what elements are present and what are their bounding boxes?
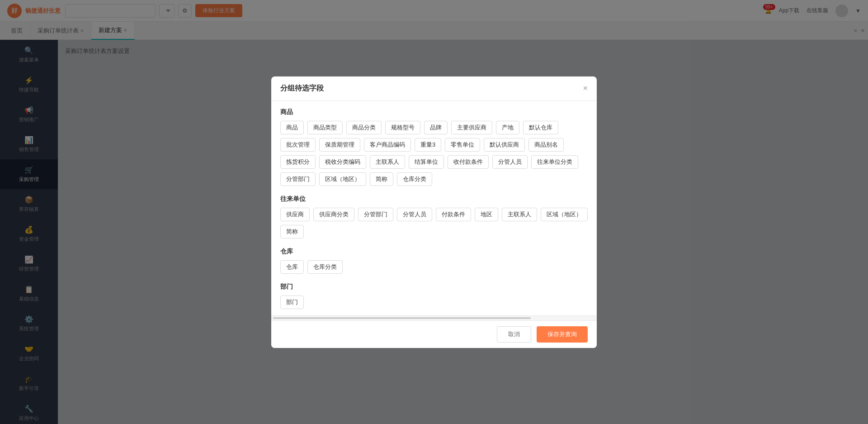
- field-tag-product-17[interactable]: 主联系人: [370, 155, 405, 169]
- field-tag-product-8[interactable]: 批次管理: [280, 138, 316, 152]
- field-tag-product-3[interactable]: 规格型号: [385, 121, 420, 134]
- field-tag-partner-7[interactable]: 区域（地区）: [541, 208, 588, 221]
- field-tag-product-10[interactable]: 客户商品编码: [364, 138, 411, 152]
- field-tag-product-1[interactable]: 商品类型: [307, 121, 343, 134]
- field-tag-product-12[interactable]: 零售单位: [445, 138, 480, 152]
- field-tag-partner-6[interactable]: 主联系人: [502, 208, 537, 221]
- field-tag-product-22[interactable]: 分管部门: [280, 172, 316, 186]
- field-tag-partner-5[interactable]: 地区: [475, 208, 498, 221]
- field-grid-warehouse: 仓库 仓库分类: [280, 260, 588, 274]
- modal-overlay: 分组待选字段 × 商品 商品 商品类型 商品分类 规格型号 品牌 主要供应商 产…: [0, 0, 868, 424]
- field-tag-product-2[interactable]: 商品分类: [346, 121, 382, 134]
- field-section-department-title: 部门: [280, 283, 588, 291]
- scroll-thumb: [273, 317, 531, 319]
- field-tag-product-18[interactable]: 结算单位: [409, 155, 444, 169]
- field-tag-department-0[interactable]: 部门: [280, 295, 304, 309]
- field-tag-product-24[interactable]: 简称: [370, 172, 393, 186]
- field-tag-warehouse-1[interactable]: 仓库分类: [307, 260, 343, 274]
- field-grid-partner: 供应商 供应商分类 分管部门 分管人员 付款条件 地区 主联系人 区域（地区） …: [280, 208, 588, 238]
- field-section-warehouse: 仓库 仓库 仓库分类: [280, 248, 588, 274]
- modal-footer: 取消 保存并查询: [271, 320, 597, 348]
- field-tag-product-9[interactable]: 保质期管理: [319, 138, 360, 152]
- modal: 分组待选字段 × 商品 商品 商品类型 商品分类 规格型号 品牌 主要供应商 产…: [271, 76, 597, 348]
- field-tag-product-11[interactable]: 重量3: [415, 138, 441, 152]
- modal-title: 分组待选字段: [280, 84, 324, 93]
- field-grid-product: 商品 商品类型 商品分类 规格型号 品牌 主要供应商 产地 默认仓库 批次管理 …: [280, 121, 588, 186]
- field-tag-partner-2[interactable]: 分管部门: [358, 208, 393, 221]
- modal-header: 分组待选字段 ×: [271, 76, 597, 101]
- field-tag-product-15[interactable]: 拣货积分: [280, 155, 316, 169]
- field-tag-partner-0[interactable]: 供应商: [280, 208, 310, 221]
- modal-horizontal-scrollbar[interactable]: [271, 315, 597, 320]
- field-tag-product-5[interactable]: 主要供应商: [451, 121, 492, 134]
- field-section-partner: 往来单位 供应商 供应商分类 分管部门 分管人员 付款条件 地区 主联系人 区域…: [280, 195, 588, 238]
- field-section-product-title: 商品: [280, 108, 588, 116]
- field-tag-product-19[interactable]: 收付款条件: [448, 155, 489, 169]
- field-tag-product-25[interactable]: 仓库分类: [397, 172, 432, 186]
- field-grid-department: 部门: [280, 295, 588, 309]
- field-section-warehouse-title: 仓库: [280, 248, 588, 256]
- field-tag-product-0[interactable]: 商品: [280, 121, 304, 134]
- field-section-product: 商品 商品 商品类型 商品分类 规格型号 品牌 主要供应商 产地 默认仓库 批次…: [280, 108, 588, 186]
- field-tag-partner-3[interactable]: 分管人员: [397, 208, 432, 221]
- field-tag-partner-4[interactable]: 付款条件: [436, 208, 471, 221]
- field-tag-product-4[interactable]: 品牌: [424, 121, 448, 134]
- field-tag-partner-8[interactable]: 简称: [280, 225, 304, 238]
- field-section-partner-title: 往来单位: [280, 195, 588, 203]
- field-section-department: 部门 部门: [280, 283, 588, 309]
- field-tag-partner-1[interactable]: 供应商分类: [313, 208, 354, 221]
- field-tag-product-7[interactable]: 默认仓库: [523, 121, 558, 134]
- modal-close-button[interactable]: ×: [583, 84, 588, 93]
- field-tag-product-23[interactable]: 区域（地区）: [319, 172, 366, 186]
- modal-save-button[interactable]: 保存并查询: [537, 326, 588, 343]
- field-tag-warehouse-0[interactable]: 仓库: [280, 260, 304, 274]
- field-tag-product-14[interactable]: 商品别名: [528, 138, 564, 152]
- field-tag-product-6[interactable]: 产地: [496, 121, 519, 134]
- modal-body[interactable]: 商品 商品 商品类型 商品分类 规格型号 品牌 主要供应商 产地 默认仓库 批次…: [271, 101, 597, 316]
- field-tag-product-20[interactable]: 分管人员: [492, 155, 528, 169]
- modal-cancel-button[interactable]: 取消: [497, 326, 531, 343]
- field-tag-product-21[interactable]: 往来单位分类: [531, 155, 578, 169]
- field-tag-product-16[interactable]: 税收分类编码: [319, 155, 366, 169]
- field-tag-product-13[interactable]: 默认供应商: [484, 138, 525, 152]
